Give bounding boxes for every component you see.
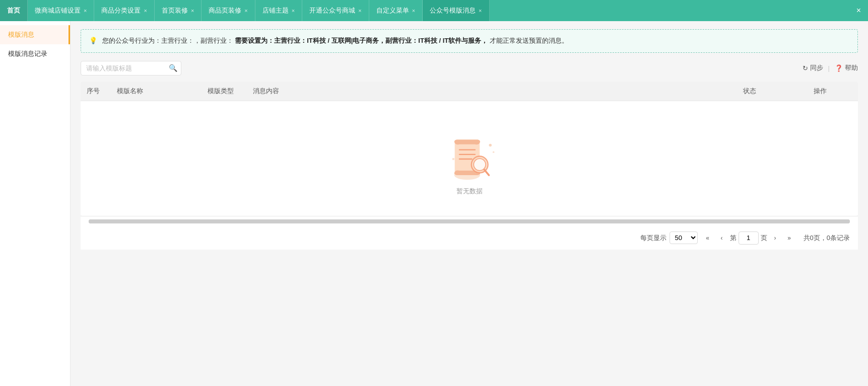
sidebar-item-template-message-log-label: 模版消息记录 (8, 50, 47, 57)
table-header-row: 序号 模版名称 模版类型 消息内容 状态 操作 (81, 82, 858, 101)
nav-tab-open-public-shop[interactable]: 开通公众号商城 × (302, 0, 369, 21)
pagination: 每页显示 50 10 20 100 « ‹ 第 页 › » 共0页，0条记录 (81, 226, 858, 250)
total-info: 共0页，0条记录 (804, 234, 850, 243)
sidebar-item-template-message-label: 模版消息 (8, 31, 34, 38)
col-name: 模版名称 (111, 82, 202, 101)
nav-tab-home[interactable]: 首页 (0, 0, 28, 21)
svg-point-5 (474, 159, 486, 171)
nav-tab-home-decoration[interactable]: 首页装修 × (155, 0, 202, 21)
main-layout: 模版消息 模版消息记录 💡 您的公众号行业为：主营行业：，副营行业： 需要设置为… (0, 21, 868, 386)
last-page-button[interactable]: » (783, 232, 795, 244)
svg-point-7 (489, 144, 492, 147)
nav-tab-shop-theme-close[interactable]: × (292, 8, 295, 14)
close-all-button[interactable]: × (849, 6, 868, 15)
notice-text-highlight: 需要设置为：主营行业：IT科技 / 互联网|电子商务，副营行业：IT科技 / I… (235, 37, 488, 44)
help-icon: ❓ (835, 64, 843, 72)
empty-illustration (442, 131, 497, 187)
col-action: 操作 (808, 82, 858, 101)
top-nav: 首页 微商城店铺设置 × 商品分类设置 × 首页装修 × 商品页装修 × 店铺主… (0, 0, 868, 21)
empty-state-row: 暂无数据 (81, 101, 858, 216)
svg-line-6 (484, 170, 489, 175)
nav-tab-product-decoration[interactable]: 商品页装修 × (202, 0, 255, 21)
next-page-button[interactable]: › (769, 232, 781, 244)
search-input-wrap: 🔍 (81, 61, 181, 75)
notice-text-suffix: 才能正常发送预置的消息。 (490, 37, 568, 44)
sidebar-item-template-message-log[interactable]: 模版消息记录 (0, 44, 70, 63)
scrollbar-thumb[interactable] (89, 219, 850, 223)
nav-tab-template-message-close[interactable]: × (479, 8, 482, 14)
nav-tab-open-public-shop-label: 开通公众号商城 (309, 6, 355, 15)
nav-tab-custom-menu[interactable]: 自定义菜单 × (369, 0, 423, 21)
prev-page-button[interactable]: ‹ (716, 232, 728, 244)
svg-point-9 (452, 158, 454, 161)
scrollbar-area (81, 216, 858, 226)
per-page-select: 每页显示 50 10 20 100 (640, 231, 698, 244)
per-page-label: 每页显示 (640, 234, 666, 243)
help-button[interactable]: ❓ 帮助 (835, 63, 858, 72)
nav-tab-product-category[interactable]: 商品分类设置 × (94, 0, 154, 21)
col-status: 状态 (737, 82, 808, 101)
col-content: 消息内容 (247, 82, 737, 101)
nav-tab-product-decoration-label: 商品页装修 (209, 6, 241, 15)
sidebar-item-template-message[interactable]: 模版消息 (0, 25, 70, 44)
notice-box: 💡 您的公众号行业为：主营行业：，副营行业： 需要设置为：主营行业：IT科技 /… (81, 29, 858, 53)
search-input[interactable] (81, 61, 181, 75)
notice-bulb-icon: 💡 (89, 37, 97, 44)
nav-tab-wechat-shop-label: 微商城店铺设置 (35, 6, 81, 15)
nav-tab-shop-theme[interactable]: 店铺主题 × (255, 0, 302, 21)
nav-tab-home-decoration-label: 首页装修 (162, 6, 188, 15)
nav-tab-template-message-label: 公众号模版消息 (430, 6, 476, 15)
col-index: 序号 (81, 82, 111, 101)
empty-text: 暂无数据 (456, 187, 483, 196)
nav-tab-custom-menu-label: 自定义菜单 (376, 6, 409, 15)
table-body: 暂无数据 (81, 101, 858, 216)
page-unit: 页 (761, 234, 767, 243)
page-label: 第 (730, 234, 737, 243)
nav-tab-home-label: 首页 (7, 6, 20, 15)
per-page-dropdown[interactable]: 50 10 20 100 (670, 231, 698, 244)
search-icon[interactable]: 🔍 (169, 64, 177, 72)
table-wrapper: 序号 模版名称 模版类型 消息内容 状态 操作 (81, 82, 858, 216)
horizontal-scrollbar[interactable] (89, 219, 850, 223)
current-page-input[interactable] (739, 231, 759, 245)
svg-point-8 (492, 151, 494, 153)
content-area: 💡 您的公众号行业为：主营行业：，副营行业： 需要设置为：主营行业：IT科技 /… (71, 21, 868, 386)
divider: | (828, 64, 830, 72)
sidebar: 模版消息 模版消息记录 (0, 21, 71, 386)
search-bar: 🔍 ↻ 同步 | ❓ 帮助 (81, 61, 858, 75)
sync-button[interactable]: ↻ 同步 (803, 63, 823, 72)
nav-tab-template-message[interactable]: 公众号模版消息 × (423, 0, 489, 21)
nav-tab-product-category-close[interactable]: × (144, 8, 147, 14)
col-type: 模版类型 (202, 82, 247, 101)
data-table: 序号 模版名称 模版类型 消息内容 状态 操作 (81, 82, 858, 216)
nav-tab-shop-theme-label: 店铺主题 (262, 6, 289, 15)
sync-icon: ↻ (803, 64, 808, 72)
help-label: 帮助 (845, 63, 858, 72)
nav-tab-product-category-label: 商品分类设置 (101, 6, 141, 15)
nav-tab-wechat-shop[interactable]: 微商城店铺设置 × (28, 0, 94, 21)
first-page-button[interactable]: « (702, 232, 714, 244)
search-actions: ↻ 同步 | ❓ 帮助 (803, 63, 858, 72)
sync-label: 同步 (810, 63, 823, 72)
nav-tab-home-decoration-close[interactable]: × (191, 8, 194, 14)
nav-tab-open-public-shop-close[interactable]: × (358, 8, 361, 14)
empty-state-cell: 暂无数据 (81, 101, 858, 216)
page-nav: « ‹ 第 页 › » (702, 231, 795, 245)
nav-tab-custom-menu-close[interactable]: × (412, 8, 415, 14)
table-header: 序号 模版名称 模版类型 消息内容 状态 操作 (81, 82, 858, 101)
notice-text-prefix: 您的公众号行业为：主营行业：，副营行业： (102, 37, 233, 44)
nav-tab-product-decoration-close[interactable]: × (244, 8, 247, 14)
empty-state: 暂无数据 (81, 101, 858, 216)
nav-tab-wechat-shop-close[interactable]: × (84, 8, 87, 14)
